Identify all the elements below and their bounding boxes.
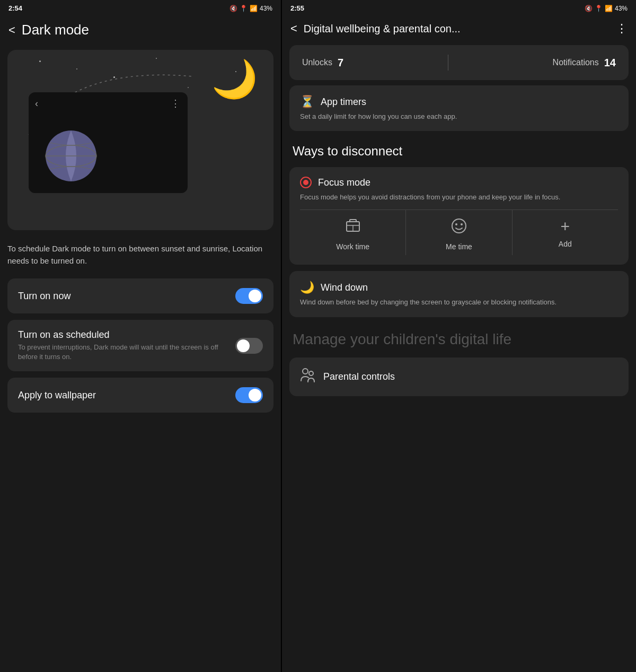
turn-on-now-knob xyxy=(249,290,261,302)
focus-mode-title: Focus mode xyxy=(318,177,370,188)
unlocks-label: Unlocks xyxy=(302,58,332,67)
left-header: < Dark mode xyxy=(0,16,281,46)
add-focus-icon: + xyxy=(561,217,570,235)
me-time-icon xyxy=(450,217,467,238)
unlocks-value: 7 xyxy=(338,57,343,69)
right-time: 2:55 xyxy=(290,4,304,12)
work-time-label: Work time xyxy=(336,242,369,251)
location-icon: 📍 xyxy=(240,5,248,12)
mute-icon: 🔇 xyxy=(229,5,237,12)
left-page-title: Dark mode xyxy=(22,22,89,38)
right-mute-icon: 🔇 xyxy=(585,5,593,12)
left-back-button[interactable]: < xyxy=(8,24,15,36)
focus-mode-card: Focus mode Focus mode helps you avoid di… xyxy=(289,167,629,265)
right-wifi-icon: 📶 xyxy=(605,5,613,12)
app-timers-subtitle: Set a daily limit for how long you can u… xyxy=(300,112,618,121)
turn-on-scheduled-content: Turn on as scheduled To prevent interrup… xyxy=(18,329,235,362)
apply-wallpaper-toggle[interactable] xyxy=(235,387,263,403)
app-timers-card[interactable]: ⏳ App timers Set a daily limit for how l… xyxy=(289,85,629,131)
unlocks-stat: Unlocks 7 xyxy=(302,57,343,69)
wifi-icon: 📶 xyxy=(250,5,258,12)
manage-children-section: Manage your children's digital life xyxy=(282,320,636,354)
focus-mode-options: Work time Me time + Add xyxy=(300,210,618,255)
turn-on-scheduled-knob xyxy=(237,339,250,352)
svg-point-10 xyxy=(303,369,308,374)
right-battery: 43% xyxy=(615,5,628,12)
app-timers-title: App timers xyxy=(321,97,366,108)
phone-dots-icon: ⋮ xyxy=(171,98,181,109)
apply-wallpaper-content: Apply to wallpaper xyxy=(18,390,235,401)
moon-icon: 🌙 xyxy=(211,60,258,98)
notifications-value: 14 xyxy=(604,57,616,69)
right-location-icon: 📍 xyxy=(595,5,603,12)
dark-mode-description: To schedule Dark mode to turn on between… xyxy=(0,234,281,275)
focus-mode-radio[interactable] xyxy=(300,177,312,188)
globe-icon xyxy=(45,129,98,182)
right-status-icons: 🔇 📍 📶 43% xyxy=(585,5,628,12)
turn-on-now-row[interactable]: Turn on now xyxy=(7,278,273,313)
turn-on-now-toggle[interactable] xyxy=(235,288,263,304)
right-header: < Digital wellbeing & parental con... ⋮ xyxy=(282,16,636,43)
turn-on-now-content: Turn on now xyxy=(18,291,235,302)
notifications-label: Notifications xyxy=(553,58,599,67)
apply-wallpaper-knob xyxy=(249,389,261,402)
focus-option-work-time[interactable]: Work time xyxy=(300,210,406,255)
focus-option-me-time[interactable]: Me time xyxy=(406,210,512,255)
stats-divider xyxy=(448,55,448,71)
right-page-title: Digital wellbeing & parental con... xyxy=(304,23,461,35)
wind-down-card[interactable]: 🌙 Wind down Wind down before bed by chan… xyxy=(289,271,629,317)
turn-on-now-label: Turn on now xyxy=(18,291,235,302)
phone-back-icon: ‹ xyxy=(35,98,38,109)
app-timers-icon: ⏳ xyxy=(300,95,314,109)
turn-on-scheduled-row[interactable]: Turn on as scheduled To prevent interrup… xyxy=(7,320,273,371)
left-time: 2:54 xyxy=(8,4,22,12)
apply-wallpaper-label: Apply to wallpaper xyxy=(18,390,235,401)
svg-point-11 xyxy=(309,371,313,376)
phone-mockup: ‹ ⋮ xyxy=(29,92,188,193)
parental-controls-card[interactable]: Parental controls xyxy=(289,357,629,396)
left-panel: 2:54 🔇 📍 📶 43% < Dark mode 🌙 xyxy=(0,0,281,672)
manage-children-title: Manage your children's digital life xyxy=(293,330,625,349)
ways-to-disconnect-heading: Ways to disconnect xyxy=(282,134,636,164)
svg-rect-4 xyxy=(350,220,356,222)
dark-mode-preview-card: 🌙 ‹ ⋮ xyxy=(7,50,273,230)
phone-header: ‹ ⋮ xyxy=(35,98,181,109)
focus-option-add[interactable]: + Add xyxy=(513,210,618,255)
stats-row: Unlocks 7 Notifications 14 xyxy=(289,45,629,80)
notifications-stat: Notifications 14 xyxy=(553,57,616,69)
app-timers-row: ⏳ App timers xyxy=(300,95,618,109)
me-time-label: Me time xyxy=(446,242,472,251)
work-time-icon xyxy=(344,217,361,238)
left-status-bar: 2:54 🔇 📍 📶 43% xyxy=(0,0,281,16)
focus-mode-header: Focus mode xyxy=(300,177,618,188)
right-back-button[interactable]: < xyxy=(290,23,297,34)
svg-point-8 xyxy=(455,223,457,225)
right-panel: 2:55 🔇 📍 📶 43% < Digital wellbeing & par… xyxy=(281,0,636,672)
add-focus-label: Add xyxy=(559,240,572,248)
svg-point-7 xyxy=(452,219,466,233)
turn-on-scheduled-label: Turn on as scheduled xyxy=(18,329,235,341)
svg-point-9 xyxy=(461,223,463,225)
focus-mode-subtitle: Focus mode helps you avoid distractions … xyxy=(300,193,618,202)
wind-down-title: Wind down xyxy=(321,282,368,293)
apply-wallpaper-row[interactable]: Apply to wallpaper xyxy=(7,378,273,413)
parental-controls-label: Parental controls xyxy=(323,371,395,382)
wind-down-row: 🌙 Wind down xyxy=(300,281,618,294)
right-more-button[interactable]: ⋮ xyxy=(616,22,628,36)
wind-down-icon: 🌙 xyxy=(300,281,314,294)
turn-on-scheduled-toggle[interactable] xyxy=(235,338,263,354)
left-battery: 43% xyxy=(260,5,272,12)
right-status-bar: 2:55 🔇 📍 📶 43% xyxy=(282,0,636,16)
turn-on-scheduled-sublabel: To prevent interruptions, Dark mode will… xyxy=(18,343,235,362)
left-status-icons: 🔇 📍 📶 43% xyxy=(229,5,272,12)
wind-down-subtitle: Wind down before bed by changing the scr… xyxy=(300,298,618,307)
parental-controls-icon xyxy=(300,367,316,387)
